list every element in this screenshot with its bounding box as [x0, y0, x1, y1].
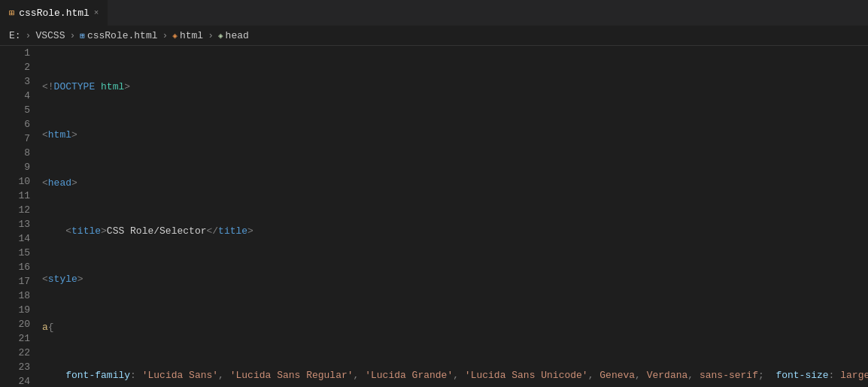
code-line-7: font-family: 'Lucida Sans', 'Lucida Sans…	[42, 368, 868, 382]
breadcrumb-sep-3: ›	[162, 30, 168, 41]
breadcrumb-drive[interactable]: E:	[9, 30, 21, 41]
breadcrumb-sep-1: ›	[26, 30, 32, 41]
code-line-1: <!DOCTYPE html>	[42, 80, 868, 94]
file-type-icon: ⊞	[80, 31, 85, 41]
breadcrumb-html[interactable]: ◈ html	[172, 30, 203, 41]
code-line-4: <title>CSS Role/Selector</title>	[42, 224, 868, 238]
tab-cssrole[interactable]: ⊞ cssRole.html ×	[0, 0, 108, 26]
line-numbers: 1 2 3 4 5 6 7 8 9 10 11 12 13 14 15 16 1…	[0, 46, 36, 387]
tab-bar: ⊞ cssRole.html ×	[0, 0, 868, 26]
breadcrumb-head[interactable]: ◈ head	[218, 30, 249, 41]
code-line-2: <html>	[42, 128, 868, 142]
file-icon: ⊞	[9, 8, 14, 19]
breadcrumb-head-label: head	[226, 30, 249, 41]
tab-label: cssRole.html	[19, 8, 90, 19]
tab-close-button[interactable]: ×	[94, 8, 99, 17]
code-line-3: <head>	[42, 176, 868, 190]
head-symbol-icon: ◈	[218, 31, 223, 41]
html-symbol-icon: ◈	[172, 31, 178, 41]
breadcrumb-sep-2: ›	[69, 30, 75, 41]
breadcrumb-vscss[interactable]: VSCSS	[35, 30, 65, 41]
code-line-5: <style>	[42, 272, 868, 286]
breadcrumb-sep-4: ›	[208, 30, 214, 41]
code-line-6: a{	[42, 320, 868, 334]
breadcrumb-file[interactable]: ⊞ cssRole.html	[80, 30, 157, 41]
breadcrumb: E: › VSCSS › ⊞ cssRole.html › ◈ html › ◈…	[0, 26, 868, 46]
code-area[interactable]: <!DOCTYPE html> <html> <head> <title>CSS…	[36, 46, 868, 387]
editor[interactable]: 1 2 3 4 5 6 7 8 9 10 11 12 13 14 15 16 1…	[0, 46, 868, 387]
